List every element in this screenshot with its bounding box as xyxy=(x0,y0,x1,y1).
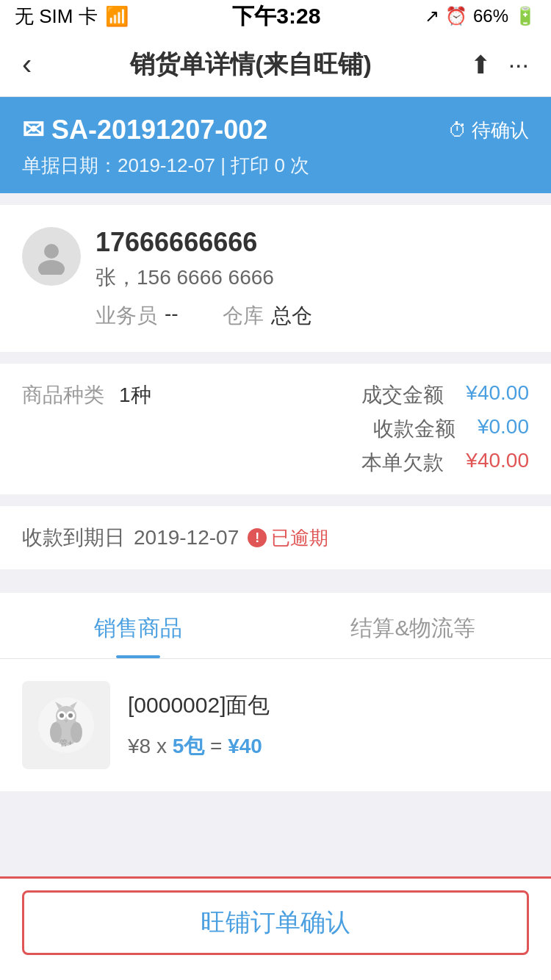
warehouse-label: 仓库 xyxy=(223,302,264,330)
divider xyxy=(0,569,551,581)
overdue-badge: ! 已逾期 xyxy=(248,525,328,551)
order-icon: ✉ xyxy=(22,115,44,145)
status-time: 下午3:28 xyxy=(232,1,320,32)
customer-info: 17666666666 张，156 6666 6666 业务员 -- 仓库 总仓 xyxy=(96,227,529,330)
multiply-sign: x xyxy=(156,735,173,757)
status-right: ↗ ⏰ 66% 🔋 xyxy=(425,6,536,26)
goods-type-section: 商品种类 1种 xyxy=(22,381,151,409)
svg-point-0 xyxy=(44,244,59,259)
product-price-row: ¥8 x 5包 = ¥40 xyxy=(128,732,529,760)
tabs-section: 销售商品 结算&物流等 xyxy=(0,593,551,791)
due-date-card: 收款到期日 2019-12-07 ! 已逾期 xyxy=(0,506,551,569)
order-status: ⏱ 待确认 xyxy=(448,118,529,143)
bottom-bar: 旺铺订单确认 xyxy=(0,876,551,980)
deal-amount-label: 成交金额 xyxy=(361,381,444,409)
owed-amount-label: 本单欠款 xyxy=(361,449,444,477)
svg-point-9 xyxy=(60,713,64,718)
deal-amount-value: ¥40.00 xyxy=(466,381,529,409)
status-carrier: 无 SIM 卡 📶 xyxy=(15,4,129,29)
salesperson-label: 业务员 xyxy=(96,302,157,330)
tabs-header: 销售商品 结算&物流等 xyxy=(0,593,551,659)
battery-text: 66% xyxy=(473,6,508,26)
order-meta: 单据日期：2019-12-07 | 打印 0 次 xyxy=(22,153,529,179)
customer-card: 17666666666 张，156 6666 6666 业务员 -- 仓库 总仓 xyxy=(0,205,551,352)
battery-icon: 🔋 xyxy=(514,6,536,26)
received-amount-row: 收款金额 ¥0.00 xyxy=(373,415,529,443)
owed-amount-row: 本单欠款 ¥40.00 xyxy=(361,449,529,477)
product-name: [0000002]面包 xyxy=(128,691,529,721)
nav-actions: ⬆ ··· xyxy=(470,50,529,79)
nav-bar: ‹ 销货单详情(来自旺铺) ⬆ ··· xyxy=(0,32,551,97)
warehouse-value: 总仓 xyxy=(271,302,312,330)
product-item: 管+ [0000002]面包 ¥8 x 5包 = ¥40 xyxy=(0,659,551,791)
clock-icon: ⏱ xyxy=(448,119,467,142)
status-bar: 无 SIM 卡 📶 下午3:28 ↗ ⏰ 66% 🔋 xyxy=(0,0,551,32)
received-amount-label: 收款金额 xyxy=(373,415,455,443)
due-date-value: 2019-12-07 xyxy=(134,526,239,550)
svg-point-1 xyxy=(38,260,65,275)
svg-text:管+: 管+ xyxy=(60,738,72,747)
back-button[interactable]: ‹ xyxy=(22,48,32,81)
page-title: 销货单详情(来自旺铺) xyxy=(130,48,372,82)
owed-amount-value: ¥40.00 xyxy=(466,449,529,477)
product-thumbnail: 管+ xyxy=(22,681,110,769)
goods-type-value: 1种 xyxy=(119,381,151,409)
overdue-text: 已逾期 xyxy=(271,525,328,551)
customer-name: 张，156 6666 6666 xyxy=(96,264,529,292)
product-details: [0000002]面包 ¥8 x 5包 = ¥40 xyxy=(128,691,529,760)
product-total: ¥40 xyxy=(228,735,262,757)
received-amount-value: ¥0.00 xyxy=(478,415,529,443)
amounts-section: 成交金额 ¥40.00 收款金额 ¥0.00 本单欠款 ¥40.00 xyxy=(361,381,529,477)
overdue-icon: ! xyxy=(248,528,267,547)
confirm-order-button[interactable]: 旺铺订单确认 xyxy=(22,890,529,955)
salesperson-value: -- xyxy=(165,302,179,330)
alarm-icon: ⏰ xyxy=(445,6,467,26)
product-price: ¥8 xyxy=(128,735,151,757)
due-date-label: 收款到期日 xyxy=(22,524,125,552)
tab-sales-products[interactable]: 销售商品 xyxy=(0,593,276,658)
location-icon: ↗ xyxy=(425,6,439,26)
goods-type-label: 商品种类 xyxy=(22,381,104,409)
customer-avatar xyxy=(22,227,81,286)
summary-card: 商品种类 1种 成交金额 ¥40.00 收款金额 ¥0.00 本单欠款 ¥40.… xyxy=(0,364,551,494)
product-qty: 5包 xyxy=(173,735,205,757)
svg-point-10 xyxy=(68,713,73,718)
order-header: ✉ SA-20191207-002 ⏱ 待确认 单据日期：2019-12-07 … xyxy=(0,97,551,193)
tab-settlement[interactable]: 结算&物流等 xyxy=(276,593,551,658)
customer-phone: 17666666666 xyxy=(96,227,529,258)
equals-sign: = xyxy=(210,735,228,757)
carrier-text: 无 SIM 卡 xyxy=(15,4,98,29)
deal-amount-row: 成交金额 ¥40.00 xyxy=(361,381,529,409)
warehouse-item: 仓库 总仓 xyxy=(223,302,312,330)
more-button[interactable]: ··· xyxy=(508,50,529,79)
customer-meta: 业务员 -- 仓库 总仓 xyxy=(96,302,529,330)
order-id: ✉ SA-20191207-002 xyxy=(22,115,267,145)
share-button[interactable]: ⬆ xyxy=(470,50,491,79)
wifi-icon: 📶 xyxy=(105,5,129,28)
salesperson-item: 业务员 -- xyxy=(96,302,179,330)
